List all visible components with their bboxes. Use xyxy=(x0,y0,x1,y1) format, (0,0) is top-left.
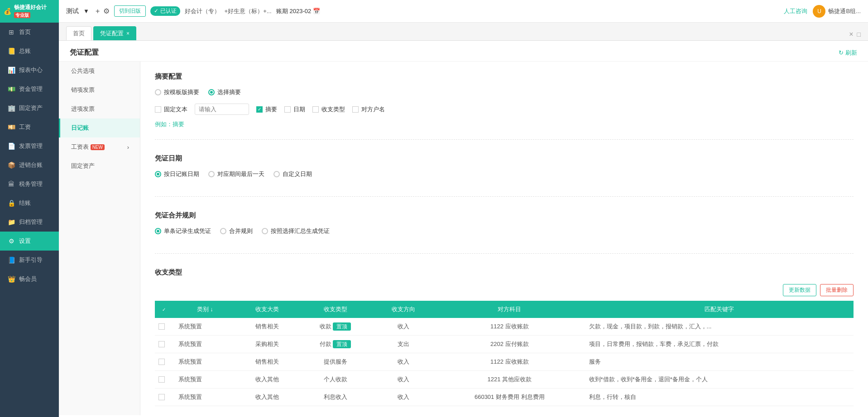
home-icon: ⊞ xyxy=(7,28,15,36)
checkbox-date[interactable]: 日期 xyxy=(284,105,305,114)
th-income-type: 收支类型 xyxy=(297,301,374,318)
radio-single[interactable]: 单条记录生成凭证 xyxy=(155,227,211,235)
sidebar-item-label: 归档管理 xyxy=(19,218,43,226)
row-major-type: 销售相关 xyxy=(237,318,297,336)
radio-template[interactable]: 按模板版摘要 xyxy=(155,88,199,96)
sidebar-item-tax[interactable]: 🏛 税务管理 xyxy=(0,175,59,194)
radio-select[interactable]: 选择摘要 xyxy=(208,88,241,96)
sidebar-item-funds[interactable]: 💵 资金管理 xyxy=(0,80,59,99)
sidebar-item-archive[interactable]: 📁 归档管理 xyxy=(0,213,59,232)
row-checkbox[interactable] xyxy=(155,353,173,371)
sidebar-item-invoices[interactable]: 📄 发票管理 xyxy=(0,137,59,156)
window-expand-icon[interactable]: □ xyxy=(857,31,861,38)
add-icon[interactable]: + xyxy=(96,7,100,15)
sidebar-item-home[interactable]: ⊞ 首页 xyxy=(0,23,59,42)
checkbox-fixed-text[interactable]: 固定文本 xyxy=(155,105,187,114)
sidebar-item-label: 新手引导 xyxy=(19,256,43,264)
sidebar-item-guide[interactable]: 📘 新手引导 xyxy=(0,251,59,270)
radio-select-total[interactable]: 按照选择汇总生成凭证 xyxy=(262,227,330,235)
config-item-sales-invoice[interactable]: 销项发票 xyxy=(59,81,140,100)
tab-voucher-config[interactable]: 凭证配置 × xyxy=(93,26,136,40)
calendar-icon[interactable]: 📅 xyxy=(313,8,320,14)
checkbox-counterparty[interactable]: 对方户名 xyxy=(352,105,385,114)
sidebar-item-purchase[interactable]: 📦 进销台账 xyxy=(0,156,59,175)
config-item-payroll-table[interactable]: 工资表 NEW › xyxy=(59,137,140,156)
service-btn[interactable]: 人工咨询 xyxy=(784,7,807,15)
sidebar-item-close[interactable]: 🔒 结账 xyxy=(0,194,59,213)
sidebar-item-member[interactable]: 👑 畅会员 xyxy=(0,270,59,289)
table-row: 系统预置 收入其他 个人收款 收入 1221 其他应收款 收到*借款，收到*备用… xyxy=(155,371,854,389)
row-direction: 支出 xyxy=(374,336,434,353)
header-checkbox[interactable]: ✓ xyxy=(161,306,167,313)
checkbox-income-type[interactable]: 收支类型 xyxy=(312,105,345,114)
purchase-icon: 📦 xyxy=(7,161,15,169)
pin-top-tag[interactable]: 置顶 xyxy=(333,340,351,348)
radio-select-label: 选择摘要 xyxy=(217,88,241,96)
company-dropdown[interactable]: ▼ xyxy=(83,8,89,14)
income-expense-title: 收支类型 xyxy=(155,268,854,277)
voucher-date-title: 凭证日期 xyxy=(155,154,854,163)
radio-journal-date[interactable]: 按日记账日期 xyxy=(155,170,199,178)
sidebar-item-label: 畅会员 xyxy=(19,275,37,283)
row-major-type: 收入其他 xyxy=(237,389,297,406)
config-item-public[interactable]: 公共选项 xyxy=(59,62,140,81)
sidebar: 💰 畅捷通好会计 专业版 ⊞ 首页 📒 总账 📊 报表中心 💵 资金管理 🏢 固… xyxy=(0,0,59,417)
sidebar-item-payroll[interactable]: 💴 工资 xyxy=(0,118,59,137)
settings-icon: ⚙ xyxy=(7,237,15,245)
row-subject: 1221 其他应收款 xyxy=(434,371,585,389)
row-direction: 收入 xyxy=(374,353,434,371)
config-item-purchase-invoice[interactable]: 进项发票 xyxy=(59,100,140,118)
row-checkbox[interactable] xyxy=(155,318,173,336)
checkbox xyxy=(158,376,165,383)
funds-icon: 💵 xyxy=(7,85,15,93)
row-keywords: 欠款，现金，项目款，到款，报销款，汇入，... xyxy=(585,318,854,336)
period-value: 2023-02 xyxy=(290,8,312,14)
checkbox xyxy=(158,394,165,400)
window-close-icon[interactable]: × xyxy=(849,30,853,38)
certified-tag: ✓ 已认证 xyxy=(150,6,180,16)
sidebar-item-reports[interactable]: 📊 报表中心 xyxy=(0,61,59,80)
row-category: 系统预置 xyxy=(173,389,237,406)
th-direction: 收支方向 xyxy=(374,301,434,318)
refresh-button[interactable]: ↻ 刷新 xyxy=(839,49,857,57)
row-checkbox[interactable] xyxy=(155,389,173,406)
config-item-journal[interactable]: 日记账 xyxy=(59,118,140,137)
checkbox xyxy=(158,359,165,365)
pin-top-tag[interactable]: 置顶 xyxy=(333,322,351,331)
checkbox-date-label: 日期 xyxy=(293,105,305,114)
checkbox-summary[interactable]: ✓ 摘要 xyxy=(256,105,277,114)
sidebar-item-assets[interactable]: 🏢 固定资产 xyxy=(0,99,59,118)
settings-gear-icon[interactable]: ⚙ xyxy=(103,7,110,15)
switch-version-button[interactable]: 切到旧版 xyxy=(114,5,146,17)
close-accounts-icon: 🔒 xyxy=(7,199,15,207)
sidebar-item-settings[interactable]: ⚙ 设置 xyxy=(0,232,59,251)
config-sidebar: 公共选项 销项发票 进项发票 日记账 工资表 NEW › 固定资产 xyxy=(59,62,140,415)
fixed-text-input[interactable] xyxy=(195,104,249,115)
radio-custom-date-label: 自定义日期 xyxy=(283,170,312,178)
update-data-button[interactable]: 更新数据 xyxy=(783,284,816,296)
tax-icon: 🏛 xyxy=(7,180,15,188)
tab-active-label: 凭证配置 xyxy=(100,29,124,38)
radio-select-total-dot xyxy=(262,228,268,234)
row-income-type: 提供服务 xyxy=(297,353,374,371)
config-item-fixed-assets[interactable]: 固定资产 xyxy=(59,156,140,175)
sidebar-item-ledger[interactable]: 📒 总账 xyxy=(0,42,59,61)
batch-delete-button[interactable]: 批量删除 xyxy=(820,284,854,296)
radio-journal-date-label: 按日记账日期 xyxy=(164,170,199,178)
accounting-tag: 好会计（专） xyxy=(185,7,220,15)
row-direction: 收入 xyxy=(374,389,434,406)
tab-close-icon[interactable]: × xyxy=(126,30,129,37)
income-expense-section: 收支类型 更新数据 批量删除 ✓ 类别 ↓ 收支大类 xyxy=(155,268,854,406)
row-category: 系统预置 xyxy=(173,371,237,389)
radio-period-last[interactable]: 对应期间最后一天 xyxy=(208,170,264,178)
th-major-type: 收支大类 xyxy=(237,301,297,318)
th-category: 类别 ↓ xyxy=(173,301,237,318)
row-income-type: 个人收款 xyxy=(297,371,374,389)
tab-home[interactable]: 首页 xyxy=(66,26,91,40)
radio-template-label: 按模板版摘要 xyxy=(164,88,199,96)
radio-merge[interactable]: 合并规则 xyxy=(220,227,253,235)
ledger-icon: 📒 xyxy=(7,47,15,55)
row-checkbox[interactable] xyxy=(155,336,173,353)
radio-custom-date[interactable]: 自定义日期 xyxy=(273,170,312,178)
row-checkbox[interactable] xyxy=(155,371,173,389)
